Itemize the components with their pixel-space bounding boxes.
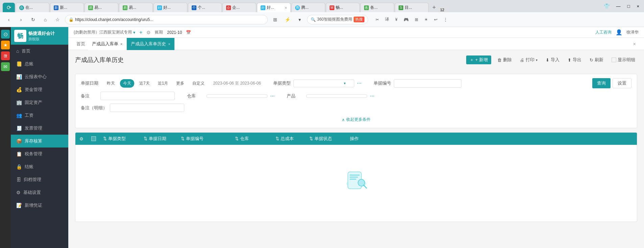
date-btn-7days[interactable]: 近7天 [136, 79, 153, 88]
grid2-icon[interactable]: ⊞ [413, 16, 420, 23]
refresh-browser-button[interactable]: ↻ [28, 15, 38, 24]
tab-8-active[interactable]: 好 好... × [257, 3, 291, 12]
sidebar-item-fixed-assets[interactable]: 🏢 固定资产 [11, 96, 68, 109]
sidebar-item-basic[interactable]: ⚙ 基础设置 [11, 186, 68, 199]
type-select[interactable]: ▾ [293, 80, 354, 87]
new-tab-button[interactable]: + [429, 3, 439, 12]
warehouse-select[interactable] [207, 94, 267, 98]
refresh-button[interactable]: ↻ 刷新 [588, 56, 605, 64]
app-icon-weibo[interactable]: 微 [1, 51, 10, 60]
panel-close-button[interactable]: × [630, 41, 639, 47]
more-icon[interactable]: ⋮ [442, 16, 450, 23]
th-type[interactable]: ⇅ 单据类型 [100, 136, 140, 142]
app-icon-mail[interactable]: ✉ [1, 62, 10, 71]
forward-button[interactable]: › [16, 15, 26, 24]
th-warehouse[interactable]: ⇅ 仓库 [232, 136, 272, 142]
settings-gear-icon[interactable]: ⚙ [146, 30, 151, 35]
warehouse-dots[interactable]: ··· [270, 93, 275, 99]
th-checkbox[interactable] [88, 136, 100, 141]
minimize-button[interactable]: — [614, 4, 623, 9]
tab-12[interactable]: S 目... [395, 3, 429, 12]
print-button[interactable]: 🖨 打印 ▾ [518, 56, 540, 64]
export-button[interactable]: ⬆ 导出 [566, 56, 583, 64]
sidebar-item-new-voucher[interactable]: 📝 新增凭证 [11, 199, 68, 212]
th-number[interactable]: ⇅ 单据编号 [177, 136, 232, 142]
bookmark-button[interactable]: ☆ [53, 15, 62, 24]
tab-1[interactable]: 在 在... [16, 3, 49, 12]
address-bar[interactable]: 🔒 https://cloud.chanjet.com/accounting/u… [65, 15, 268, 24]
product-dots[interactable]: ··· [370, 93, 374, 99]
user-name[interactable]: 徐泽华 [626, 29, 639, 35]
sidebar-item-invoice[interactable]: 🧾 发票管理 [11, 122, 68, 135]
tab-list-close-icon[interactable]: × [120, 42, 122, 46]
query-button[interactable]: 查询 [592, 78, 611, 88]
period-value[interactable]: 2021-10 [167, 30, 182, 35]
sidebar-item-finance[interactable]: 💰 资金管理 [11, 83, 68, 96]
show-detail-toggle[interactable]: 显示明细 [610, 56, 637, 64]
calendar-icon[interactable]: 📅 [186, 30, 191, 35]
sidebar-item-payroll[interactable]: 👥 工资 [11, 109, 68, 122]
detail-note-input[interactable] [110, 104, 184, 112]
tab-4[interactable]: 易 易... [119, 3, 153, 12]
app-icon-star[interactable]: ★ [1, 41, 10, 49]
translate-icon[interactable]: 译 [383, 16, 391, 23]
collapse-button[interactable]: ∧ 收起更多条件 [81, 115, 631, 124]
num-input[interactable] [394, 79, 461, 88]
breadcrumb-home[interactable]: 首页 [74, 41, 88, 47]
tab-close-icon[interactable]: × [285, 6, 287, 10]
tab-history-close-icon[interactable]: × [168, 42, 170, 46]
delete-button[interactable]: 🗑 删除 [495, 56, 514, 64]
tab-2[interactable]: 新 新... [50, 3, 84, 12]
th-cost[interactable]: ⇅ 总成本 [272, 136, 306, 142]
th-gear[interactable]: ⚙ [75, 136, 88, 141]
sidebar-item-closing[interactable]: 🔒 结账 [11, 160, 68, 173]
browser-search[interactable]: 🔍 360智能抠图免费用 热搜 [307, 15, 368, 24]
game-icon[interactable]: 🎮 [402, 16, 411, 23]
import-button[interactable]: ⬇ 导入 [544, 56, 562, 64]
type-dots[interactable]: ··· [357, 80, 361, 86]
lightning-icon[interactable]: ⚡ [283, 15, 292, 24]
th-status[interactable]: ⇅ 单据状态 [306, 136, 347, 142]
sidebar-item-tax[interactable]: 📋 税务管理 [11, 148, 68, 160]
sidebar-item-home[interactable]: ⌂ 首页 [11, 45, 68, 58]
th-date[interactable]: ⇅ 单据日期 [140, 136, 177, 142]
settings-button[interactable]: 设置 [613, 78, 631, 88]
date-btn-custom[interactable]: 自定义 [189, 79, 208, 88]
shirt-icon[interactable]: 👕 [602, 3, 612, 9]
undo-icon[interactable]: ↩ [432, 16, 439, 23]
help-link[interactable]: 人工咨询 [595, 29, 612, 35]
sidebar-item-archive[interactable]: 🗄 归档管理 [11, 173, 68, 186]
tab-count[interactable]: 12 [439, 7, 446, 12]
tab-9[interactable]: 腾 腾... [291, 3, 325, 12]
back-button[interactable]: ‹ [4, 15, 14, 24]
print-dropdown-icon[interactable]: ▾ [536, 58, 538, 62]
tab-3[interactable]: 易 易... [85, 3, 118, 12]
add-button[interactable]: ＋ + 新增 [466, 55, 491, 64]
scissors-icon[interactable]: ✂ [374, 16, 381, 23]
date-btn-more[interactable]: 更多 [173, 79, 187, 88]
sidebar-item-ledger[interactable]: 📒 总账 [11, 58, 68, 70]
tab-list-page[interactable]: 产成品入库单 × [88, 38, 127, 50]
grid-icon[interactable]: ⊞ [270, 15, 280, 24]
tab-5[interactable]: 好 好... [153, 3, 187, 12]
yuan-icon[interactable]: ¥ [393, 16, 400, 23]
sidebar-item-cloud-report[interactable]: 📊 云报表中心 [11, 70, 68, 83]
dropdown-button[interactable]: ▾ [295, 15, 304, 24]
note-input[interactable] [100, 92, 175, 100]
tab-6[interactable]: 个 个... [188, 3, 222, 12]
product-select[interactable] [306, 94, 367, 98]
restore-button[interactable]: □ [625, 4, 632, 9]
tab-7[interactable]: 企 企... [222, 3, 256, 12]
sun-icon[interactable]: ☀ [422, 16, 430, 23]
tab-10[interactable]: M 畅... [326, 3, 360, 12]
home-browser-button[interactable]: ⌂ [41, 15, 50, 24]
tab-back[interactable]: ⟳ [3, 3, 15, 12]
company-select[interactable]: (勿删勿禁用）江西眼宝测试专用 ▾ [74, 29, 135, 35]
close-button[interactable]: × [635, 4, 641, 9]
date-btn-yesterday[interactable]: 昨天 [104, 79, 118, 88]
add-account-button[interactable]: + [139, 29, 142, 36]
tab-11[interactable]: 各 各... [360, 3, 394, 12]
app-icon-main[interactable]: ⊙ [1, 30, 10, 39]
sidebar-item-inventory[interactable]: 📦 库存核算 [11, 135, 68, 148]
tab-history-page[interactable]: 产成品入库单历史 × [127, 38, 174, 50]
